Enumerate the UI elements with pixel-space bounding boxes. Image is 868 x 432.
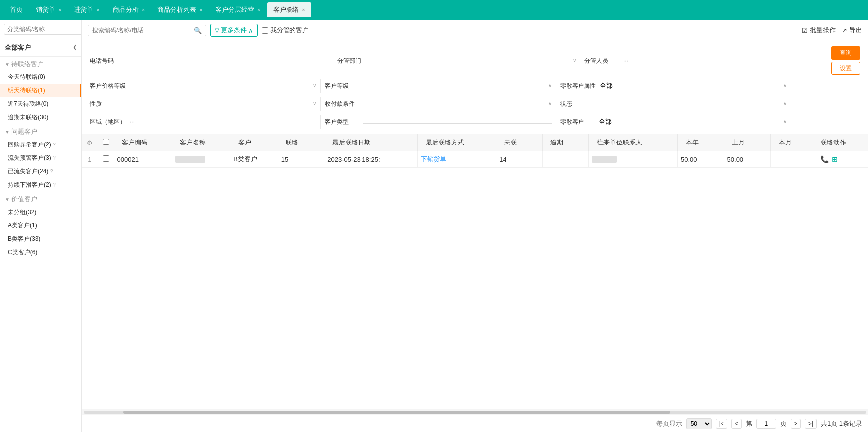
- sidebar-search-area: 🔍: [0, 20, 81, 39]
- sidebar-search-input[interactable]: [4, 24, 82, 35]
- select-all-checkbox[interactable]: [103, 139, 109, 145]
- col-name-sort-icon: ≡: [175, 139, 179, 146]
- prev-page-button[interactable]: <: [731, 419, 742, 429]
- status-arrow-icon: ∨: [783, 101, 787, 106]
- sidebar-item-2-0[interactable]: 未分组(32): [0, 206, 81, 219]
- nav-item-label: 商品分析列表: [157, 5, 196, 14]
- col-type-sort-icon: ≡: [233, 139, 237, 146]
- last-way-link[interactable]: 下销货单: [421, 155, 446, 163]
- sidebar-item-0-1[interactable]: 明天待联络(1): [0, 84, 81, 97]
- sidebar-item-2-3[interactable]: C类客户(6): [0, 246, 81, 259]
- nav-item-close-icon[interactable]: ×: [257, 7, 260, 13]
- customer-table: ⚙ ≡客户编码 ≡客户名称 ≡客户... ≡联络... ≡最后联络日期 ≡最后联…: [82, 134, 868, 168]
- nature-label: 性质: [90, 100, 125, 108]
- collapse-icon[interactable]: 《: [71, 44, 76, 52]
- nature-select[interactable]: ∨: [129, 99, 316, 108]
- zero-retail-value: 全部: [599, 117, 612, 126]
- more-filter-button[interactable]: ▽ 更多条件 ∧: [210, 24, 258, 37]
- help-icon: ?: [51, 142, 56, 147]
- nav-item-close-icon[interactable]: ×: [96, 7, 99, 13]
- sidebar-item-0-3[interactable]: 逾期未联络(30): [0, 111, 81, 124]
- qr-icon[interactable]: ⊞: [832, 155, 838, 163]
- first-page-button[interactable]: |<: [716, 419, 727, 429]
- manager-select[interactable]: ···: [623, 56, 823, 66]
- sidebar-group-2: ▼ 价值客户: [0, 192, 81, 206]
- nav-item-进货单[interactable]: 进货单×: [68, 2, 105, 17]
- filter-row-4: 区域（地区） ··· 客户类型 零散客户 全部 ∨: [90, 115, 860, 129]
- query-button[interactable]: 查询: [831, 46, 860, 60]
- nav-item-商品分析列表[interactable]: 商品分析列表×: [151, 2, 208, 17]
- page-input[interactable]: [756, 419, 776, 429]
- price-level-select[interactable]: ∨: [130, 81, 316, 90]
- divider2: [580, 54, 580, 68]
- all-customers-label: 全部客户: [5, 43, 31, 52]
- zero-retail-attr-field: 零散客户属性 全部 ∨: [560, 80, 787, 92]
- row-check-0[interactable]: [98, 151, 114, 168]
- sidebar-item-1-0[interactable]: 回购异常客户(2) ?: [0, 138, 81, 151]
- check-column[interactable]: [98, 134, 114, 151]
- nav-item-商品分析[interactable]: 商品分析×: [107, 2, 150, 17]
- customer-level-select[interactable]: ∨: [363, 81, 551, 90]
- scrollbar-track: [84, 411, 866, 414]
- nav-item-label: 销货单: [36, 5, 55, 14]
- nav-item-close-icon[interactable]: ×: [58, 7, 61, 13]
- scrollbar-thumb[interactable]: [123, 411, 671, 414]
- filter-icon: ▽: [215, 27, 219, 34]
- phone-input[interactable]: [129, 56, 329, 66]
- sidebar-group-0: ▼ 待联络客户: [0, 57, 81, 71]
- sidebar-item-1-3[interactable]: 持续下滑客户(2) ?: [0, 178, 81, 192]
- last-page-button[interactable]: >|: [805, 419, 817, 429]
- row-contact-0: 15: [278, 151, 324, 168]
- col-contacts: ≡往来单位联系人: [589, 134, 678, 151]
- nav-item-label: 进货单: [74, 5, 93, 14]
- zero-retail-attr-select[interactable]: 全部 ∨: [600, 80, 787, 92]
- dept-arrow-icon: ∨: [573, 58, 576, 63]
- payment-field: 收付款条件 ∨: [325, 99, 551, 108]
- row-action-0[interactable]: 📞 ⊞: [817, 151, 868, 168]
- nav-item-close-icon[interactable]: ×: [199, 7, 202, 13]
- nav-item-客户联络[interactable]: 客户联络×: [267, 2, 311, 17]
- zero-retail-attr-label: 零散客户属性: [560, 82, 596, 90]
- my-customer-checkbox[interactable]: [262, 27, 268, 34]
- nav-item-close-icon[interactable]: ×: [302, 7, 305, 13]
- export-button[interactable]: ↗ 导出: [842, 26, 862, 35]
- search-input[interactable]: [92, 27, 192, 34]
- nav-item-客户分层经营[interactable]: 客户分层经营×: [210, 2, 266, 17]
- sidebar-item-0-2[interactable]: 近7天待联络(0): [0, 97, 81, 111]
- zero-retail-select[interactable]: 全部 ∨: [599, 116, 787, 128]
- nav-item-首页[interactable]: 首页: [4, 2, 29, 17]
- content-area: 🔍 ▽ 更多条件 ∧ 我分管的客户 ☑ 批量操作 ↗ 导出: [82, 20, 868, 432]
- batch-operate-button[interactable]: ☑ 批量操作: [802, 26, 836, 35]
- nav-item-销货单[interactable]: 销货单×: [30, 2, 67, 17]
- zero-retail-arrow-icon: ∨: [783, 119, 787, 124]
- all-customers-header[interactable]: 全部客户 《: [0, 39, 81, 57]
- setting-button[interactable]: 设置: [831, 62, 860, 75]
- row-checkbox[interactable]: [103, 155, 109, 162]
- customer-type-select[interactable]: [363, 120, 551, 124]
- status-select[interactable]: ∨: [599, 99, 787, 108]
- dept-select[interactable]: ∨: [376, 56, 576, 65]
- nav-item-close-icon[interactable]: ×: [142, 7, 145, 13]
- sidebar-item-1-1[interactable]: 流失预警客户(3) ?: [0, 151, 81, 165]
- sidebar-item-2-2[interactable]: B类客户(33): [0, 232, 81, 246]
- row-last-date-0: 2023-05-23 18:25:: [324, 151, 418, 168]
- customer-type-label: 客户类型: [325, 118, 360, 126]
- search-icon[interactable]: 🔍: [194, 27, 202, 34]
- row-name-0: [172, 151, 230, 168]
- filter-actions: 查询 设置: [831, 46, 860, 75]
- sidebar-item-1-2[interactable]: 已流失客户(24) ?: [0, 165, 81, 178]
- sidebar-item-0-0[interactable]: 今天待联络(0): [0, 71, 81, 84]
- col-contact-label: 联络...: [286, 138, 304, 147]
- page-size-select[interactable]: 50 100 200: [686, 418, 712, 429]
- row-last-way-0[interactable]: 下销货单: [417, 151, 496, 168]
- zero-retail-attr-arrow-icon: ∨: [783, 83, 787, 88]
- next-page-button[interactable]: >: [791, 419, 801, 429]
- area-select[interactable]: ···: [130, 117, 316, 127]
- call-icon[interactable]: 📞: [820, 155, 829, 163]
- gear-column[interactable]: ⚙: [82, 134, 98, 151]
- page-label: 第: [746, 419, 752, 428]
- sidebar-item-2-1[interactable]: A类客户(1): [0, 219, 81, 232]
- zero-retail-label: 零散客户: [560, 118, 595, 126]
- payment-select[interactable]: ∨: [363, 99, 551, 108]
- horizontal-scrollbar[interactable]: [82, 409, 868, 415]
